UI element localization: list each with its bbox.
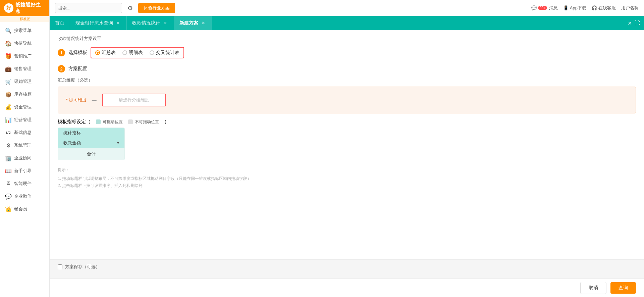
message-item[interactable]: 💬 99+ 消息 — [531, 5, 558, 11]
draggable-dot — [96, 119, 101, 124]
sidebar-item-guide[interactable]: 📖 新手引导 — [0, 164, 49, 177]
sidebar-item-operations[interactable]: 📊 经营管理 — [0, 113, 49, 126]
service-label: 在线客服 — [598, 5, 616, 11]
operations-icon: 📊 — [5, 117, 11, 123]
logo-icon: 好 — [4, 3, 13, 13]
sidebar-item-hardware[interactable]: 🖥 智能硬件 — [0, 177, 49, 190]
step1-header: 1 选择模板 汇总表 明细表 交叉统计表 — [58, 47, 636, 58]
sidebar-item-label: 智能硬件 — [14, 181, 32, 187]
tab-bank-flow-close[interactable]: ✕ — [115, 20, 121, 26]
step2-header: 2 方案配置 — [58, 65, 636, 72]
sidebar-item-enterprise[interactable]: 🏢 企业协同 — [0, 152, 49, 164]
sidebar-item-marketing[interactable]: 🎁 营销推广 — [0, 50, 49, 62]
quick-nav-icon: 🏠 — [5, 40, 11, 46]
member-icon: 👑 — [5, 206, 11, 212]
inventory-icon: 📦 — [5, 91, 11, 97]
legend-draggable-label: 可拖动位置 — [103, 119, 123, 125]
sidebar-item-label: 经营管理 — [14, 117, 32, 123]
sidebar-item-inventory[interactable]: 📦 库存核算 — [0, 88, 49, 101]
template-radio-group: 汇总表 明细表 交叉统计表 — [91, 47, 184, 58]
trial-btn[interactable]: 体验行业方案 — [138, 3, 175, 13]
sidebar-item-sales[interactable]: 💼 销售管理 — [0, 62, 49, 75]
main-area: ⚙ 体验行业方案 💬 99+ 消息 📱 App下载 🎧 在线客服 用户名称 首页 — [50, 0, 644, 297]
tab-bank-flow[interactable]: 现金银行流水查询 ✕ — [70, 16, 127, 30]
legend-row: 模板指标设定（ 可拖动位置 不可拖动位置 ） — [58, 119, 636, 125]
logo-text: 畅捷通好生意 — [15, 2, 45, 14]
sidebar-item-label: 采购管理 — [14, 79, 32, 85]
tab-receivables-label: 收款情况统计 — [132, 20, 160, 26]
expand-icon[interactable]: ⛶ — [635, 20, 640, 26]
purchase-icon: 🛒 — [5, 79, 11, 85]
content-area: 收款情况统计方案设置 1 选择模板 汇总表 明细表 — [50, 30, 644, 278]
stats-table-header: 统计指标 — [58, 128, 124, 138]
sidebar-logo: 好 畅捷通好生意 — [0, 0, 49, 16]
search-menu-icon: 🔍 — [5, 28, 11, 34]
stats-dropdown-label: 收款金额 — [63, 140, 81, 146]
download-item[interactable]: 📱 App下载 — [563, 5, 586, 11]
query-button[interactable]: 查询 — [610, 282, 636, 294]
sidebar-item-label: 销售管理 — [14, 66, 32, 72]
vertical-dimension-label: * 纵向维度 — [66, 97, 87, 103]
step1-section: 1 选择模板 汇总表 明细表 交叉统计表 — [58, 47, 636, 58]
sidebar-item-purchase[interactable]: 🛒 采购管理 — [0, 75, 49, 88]
page-title: 收款情况统计方案设置 — [58, 36, 636, 42]
topbar: ⚙ 体验行业方案 💬 99+ 消息 📱 App下载 🎧 在线客服 用户名称 — [50, 0, 644, 16]
sidebar-item-label: 企业协同 — [14, 155, 32, 161]
step2-title: 方案配置 — [68, 66, 87, 72]
sidebar-item-wechat[interactable]: 💬 企业微信 — [0, 190, 49, 203]
cancel-button[interactable]: 取消 — [580, 282, 606, 294]
search-input[interactable] — [55, 3, 122, 13]
step2-number: 2 — [58, 65, 65, 72]
dimension-row: * 纵向维度 — 请选择分组维度 — [66, 94, 628, 106]
footer-bar: 取消 查询 — [50, 278, 644, 297]
sidebar-item-label: 库存核算 — [14, 91, 32, 97]
tabbar: 首页 现金银行流水查询 ✕ 收款情况统计 ✕ 新建方案 ✕ ✕ ⛶ — [50, 16, 644, 30]
tab-receivables[interactable]: 收款情况统计 ✕ — [127, 16, 174, 30]
sidebar-item-system[interactable]: ⚙ 系统管理 — [0, 139, 49, 152]
service-item[interactable]: 🎧 在线客服 — [592, 5, 616, 11]
tab-receivables-close[interactable]: ✕ — [162, 20, 168, 26]
step1-title: 选择模板 — [68, 50, 87, 56]
radio-cross[interactable]: 交叉统计表 — [150, 50, 179, 56]
tip2: 2. 点击标题栏下拉可设置排序、插入列和删除列 — [58, 182, 636, 190]
radio-summary-circle — [95, 50, 100, 55]
tab-home[interactable]: 首页 — [50, 16, 70, 30]
tab-new-plan[interactable]: 新建方案 ✕ — [174, 16, 212, 30]
sidebar-item-label: 系统管理 — [14, 142, 32, 148]
tips-title: 提示： — [58, 166, 636, 174]
sidebar-item-member[interactable]: 👑 畅会员 — [0, 203, 49, 215]
topbar-right: 💬 99+ 消息 📱 App下载 🎧 在线客服 用户名称 — [531, 5, 639, 11]
sidebar-item-base-info[interactable]: 🗂 基础信息 — [0, 126, 49, 139]
stats-cell-total: 合计 — [58, 148, 124, 160]
stats-dropdown-row[interactable]: 收款金额 ▾ — [58, 138, 124, 148]
close-tab-icon[interactable]: ✕ — [628, 20, 632, 27]
sidebar-item-finance[interactable]: 💰 资金管理 — [0, 101, 49, 113]
system-icon: ⚙ — [5, 142, 11, 148]
indicators-config: 模板指标设定（ 可拖动位置 不可拖动位置 ） — [58, 119, 636, 125]
dropdown-arrow-icon: ▾ — [117, 141, 119, 145]
dimension-arrow-icon: — — [92, 97, 97, 103]
tab-new-plan-close[interactable]: ✕ — [200, 20, 206, 26]
tab-bank-flow-label: 现金银行流水查询 — [75, 20, 113, 26]
dimension-placeholder[interactable]: 请选择分组维度 — [102, 94, 166, 106]
radio-summary[interactable]: 汇总表 — [95, 50, 116, 56]
dimension-section-label: 汇总维度（必选） — [58, 77, 636, 83]
legend-close-bracket: ） — [164, 119, 169, 125]
sidebar-item-quick-nav[interactable]: 🏠 快捷导航 — [0, 37, 49, 50]
tips-section: 提示： 1. 拖动标题栏可以调整布局，不可跨维度或指标区域拖动列目字段（只能在同… — [58, 166, 636, 190]
legend-draggable: 可拖动位置 — [96, 119, 123, 125]
save-checkbox[interactable] — [58, 264, 62, 269]
sidebar-item-label: 快捷导航 — [14, 40, 32, 46]
tabbar-right: ✕ ⛶ — [624, 16, 644, 30]
radio-summary-label: 汇总表 — [102, 50, 116, 56]
sidebar-item-search-menu[interactable]: 🔍 搜索菜单 — [0, 24, 49, 37]
radio-detail[interactable]: 明细表 — [122, 50, 143, 56]
step2-section: 2 方案配置 汇总维度（必选） * 纵向维度 — 请选择分组维度 模板指标设定（ — [58, 65, 636, 190]
marketing-icon: 🎁 — [5, 53, 11, 59]
legend-non-draggable-label: 不可拖动位置 — [135, 119, 159, 125]
gear-icon[interactable]: ⚙ — [127, 4, 133, 12]
user-name-item[interactable]: 用户名称 — [621, 5, 639, 11]
message-label: 消息 — [549, 5, 558, 11]
enterprise-icon: 🏢 — [5, 155, 11, 161]
sidebar-item-label: 畅会员 — [14, 206, 27, 212]
